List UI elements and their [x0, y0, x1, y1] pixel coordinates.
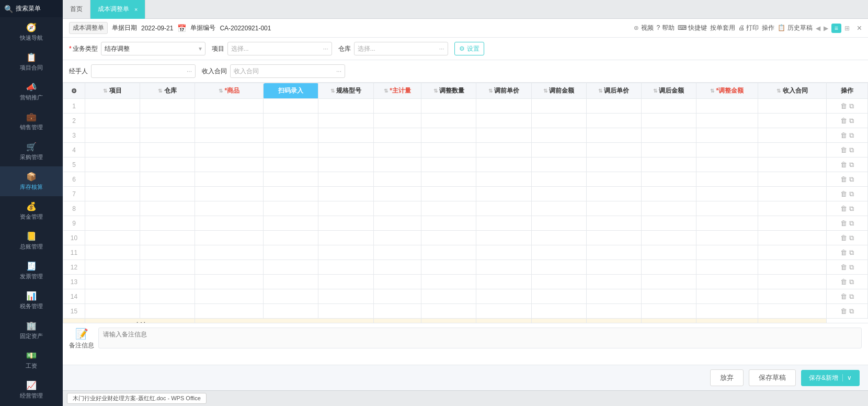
sort-icon[interactable]: ⇅: [710, 88, 714, 94]
table-cell[interactable]: [195, 128, 264, 143]
table-cell[interactable]: [586, 216, 641, 231]
table-cell[interactable]: [586, 114, 641, 128]
table-cell[interactable]: [264, 231, 318, 245]
table-cell[interactable]: [264, 201, 318, 216]
table-cell[interactable]: [373, 187, 421, 201]
delete-row-icon[interactable]: 🗑: [840, 234, 847, 242]
table-cell[interactable]: [85, 231, 140, 245]
shortcut-btn[interactable]: ⌨ 快捷键: [678, 24, 707, 32]
table-cell[interactable]: [758, 172, 826, 187]
table-cell[interactable]: [140, 304, 195, 319]
sidebar-item-operations[interactable]: 📈 经营管理: [0, 375, 63, 405]
income-contract-input[interactable]: 收入合同 ···: [230, 64, 345, 78]
table-cell[interactable]: [476, 304, 531, 319]
table-cell[interactable]: [758, 245, 826, 260]
sidebar-item-inventory[interactable]: 📦 库存核算: [0, 166, 63, 196]
table-cell[interactable]: [264, 143, 318, 157]
table-cell[interactable]: [85, 216, 140, 231]
table-cell[interactable]: [421, 201, 476, 216]
delete-row-icon[interactable]: 🗑: [840, 263, 847, 271]
table-cell[interactable]: [264, 157, 318, 172]
copy-row-icon[interactable]: ⧉: [849, 161, 854, 168]
history-btn[interactable]: 📋 历史草稿: [778, 24, 812, 32]
table-cell[interactable]: [586, 245, 641, 260]
sort-icon[interactable]: ⇅: [219, 88, 223, 94]
table-cell[interactable]: [476, 260, 531, 275]
table-cell[interactable]: [641, 128, 696, 143]
action-btn[interactable]: 操作: [762, 24, 774, 32]
table-cell[interactable]: [586, 172, 641, 187]
table-cell[interactable]: [318, 275, 373, 289]
table-cell[interactable]: [373, 128, 421, 143]
table-cell[interactable]: [264, 114, 318, 128]
business-type-input[interactable]: 结存调整 ▾: [101, 42, 205, 55]
delete-row-icon[interactable]: 🗑: [840, 161, 847, 168]
copy-row-icon[interactable]: ⧉: [849, 117, 854, 125]
table-cell[interactable]: [421, 157, 476, 172]
table-cell[interactable]: [696, 231, 758, 245]
table-cell[interactable]: [696, 245, 758, 260]
discard-button[interactable]: 放弃: [710, 369, 744, 386]
nav-next-icon[interactable]: ▶: [824, 25, 828, 32]
sort-icon[interactable]: ⇅: [103, 88, 107, 94]
expand-btn[interactable]: ⊞: [844, 25, 850, 32]
table-cell[interactable]: [85, 245, 140, 260]
table-cell[interactable]: [696, 216, 758, 231]
table-cell[interactable]: [421, 245, 476, 260]
table-cell[interactable]: [318, 201, 373, 216]
list-view-btn[interactable]: ≡: [831, 24, 841, 33]
table-cell[interactable]: [318, 143, 373, 157]
sidebar-item-payroll[interactable]: 💵 工资: [0, 345, 63, 375]
table-cell[interactable]: [140, 143, 195, 157]
print-btn[interactable]: 🖨 打印: [738, 24, 759, 32]
table-cell[interactable]: [264, 260, 318, 275]
table-cell[interactable]: [758, 216, 826, 231]
copy-row-icon[interactable]: ⧉: [849, 234, 854, 242]
table-cell[interactable]: [476, 216, 531, 231]
table-cell[interactable]: [421, 275, 476, 289]
table-cell[interactable]: [140, 172, 195, 187]
table-cell[interactable]: [641, 304, 696, 319]
table-cell[interactable]: [85, 187, 140, 201]
table-cell[interactable]: [140, 114, 195, 128]
table-cell[interactable]: [195, 260, 264, 275]
warehouse-input[interactable]: 选择... ···: [354, 42, 448, 55]
table-cell[interactable]: [318, 128, 373, 143]
delete-row-icon[interactable]: 🗑: [840, 307, 847, 315]
table-cell[interactable]: [140, 99, 195, 114]
delete-row-icon[interactable]: 🗑: [840, 249, 847, 256]
table-cell[interactable]: [641, 99, 696, 114]
sidebar-item-purchase-mgmt[interactable]: 🛒 采购管理: [0, 137, 63, 166]
table-cell[interactable]: [264, 172, 318, 187]
table-cell[interactable]: [421, 187, 476, 201]
table-cell[interactable]: [476, 187, 531, 201]
table-cell[interactable]: [421, 289, 476, 304]
delete-row-icon[interactable]: 🗑: [840, 131, 847, 139]
table-cell[interactable]: [85, 99, 140, 114]
table-cell[interactable]: [318, 99, 373, 114]
table-cell[interactable]: [140, 231, 195, 245]
table-cell[interactable]: [318, 187, 373, 201]
table-cell[interactable]: [373, 172, 421, 187]
table-cell[interactable]: [476, 128, 531, 143]
memo-input[interactable]: [98, 328, 862, 348]
table-cell[interactable]: [476, 245, 531, 260]
table-cell[interactable]: [195, 143, 264, 157]
sidebar-item-sales-mgmt[interactable]: 💼 销售管理: [0, 107, 63, 137]
table-cell[interactable]: [696, 260, 758, 275]
table-cell[interactable]: [195, 114, 264, 128]
table-cell[interactable]: [531, 216, 586, 231]
table-cell[interactable]: [476, 201, 531, 216]
table-cell[interactable]: [758, 114, 826, 128]
table-cell[interactable]: [421, 216, 476, 231]
table-cell[interactable]: [641, 172, 696, 187]
sidebar-search[interactable]: 🔍 搜索菜单: [0, 0, 63, 17]
table-cell[interactable]: [696, 187, 758, 201]
delete-row-icon[interactable]: 🗑: [840, 205, 847, 212]
copy-row-icon[interactable]: ⧉: [849, 219, 854, 227]
table-cell[interactable]: [586, 304, 641, 319]
sidebar-item-finance[interactable]: 💰 资金管理: [0, 196, 63, 226]
table-cell[interactable]: [476, 275, 531, 289]
copy-row-icon[interactable]: ⧉: [849, 292, 854, 300]
delete-row-icon[interactable]: 🗑: [840, 102, 847, 110]
